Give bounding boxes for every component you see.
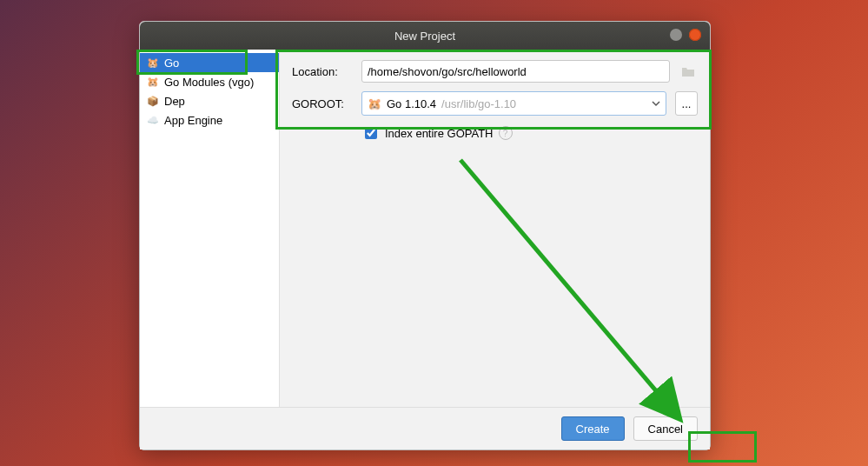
titlebar: New Project <box>140 22 710 50</box>
sidebar-item-label: App Engine <box>164 114 222 127</box>
location-input[interactable]: /home/shovon/go/src/helloworld <box>361 60 670 83</box>
chevron-down-icon <box>652 97 660 110</box>
dialog-footer: Create Cancel <box>140 407 710 449</box>
gae-icon: ☁️ <box>147 114 159 126</box>
sidebar-item-go-modules[interactable]: 🐹 Go Modules (vgo) <box>140 72 279 91</box>
goroot-path: /usr/lib/go-1.10 <box>441 97 516 110</box>
goroot-row: GOROOT: 🐹 Go 1.10.4 /usr/lib/go-1.10 ... <box>292 91 698 116</box>
go-icon: 🐹 <box>147 76 159 88</box>
window-buttons <box>670 29 701 41</box>
browse-folder-icon[interactable] <box>679 62 698 81</box>
minimize-icon[interactable] <box>670 29 682 41</box>
location-label: Location: <box>292 65 353 78</box>
goroot-more-button[interactable]: ... <box>675 91 698 116</box>
close-icon[interactable] <box>689 29 701 41</box>
go-icon: 🐹 <box>368 97 381 110</box>
new-project-dialog: New Project 🐹 Go 🐹 Go Modules (vgo) 📦 De… <box>139 21 711 450</box>
ellipsis-icon: ... <box>682 97 692 110</box>
cancel-button[interactable]: Cancel <box>633 416 698 441</box>
sidebar-item-label: Go <box>164 57 179 70</box>
sidebar-item-app-engine[interactable]: ☁️ App Engine <box>140 110 279 130</box>
location-row: Location: /home/shovon/go/src/helloworld <box>292 60 698 83</box>
sidebar-item-dep[interactable]: 📦 Dep <box>140 91 279 110</box>
goroot-version: Go 1.10.4 <box>387 97 436 110</box>
goroot-label: GOROOT: <box>292 97 353 110</box>
window-title: New Project <box>394 30 455 43</box>
create-button[interactable]: Create <box>561 416 625 441</box>
index-gopath-label: Index entire GOPATH <box>385 127 494 140</box>
dep-icon: 📦 <box>147 95 159 107</box>
index-gopath-checkbox[interactable] <box>365 127 377 139</box>
sidebar-item-go[interactable]: 🐹 Go <box>140 53 279 72</box>
project-type-sidebar: 🐹 Go 🐹 Go Modules (vgo) 📦 Dep ☁️ App Eng… <box>140 50 280 407</box>
sidebar-item-label: Dep <box>164 95 185 108</box>
form-panel: Location: /home/shovon/go/src/helloworld… <box>280 50 710 407</box>
location-value: /home/shovon/go/src/helloworld <box>368 65 527 78</box>
cancel-button-label: Cancel <box>648 423 683 436</box>
sidebar-item-label: Go Modules (vgo) <box>164 76 254 89</box>
index-gopath-row: Index entire GOPATH ? <box>361 124 698 142</box>
go-icon: 🐹 <box>147 57 159 69</box>
dialog-body: 🐹 Go 🐹 Go Modules (vgo) 📦 Dep ☁️ App Eng… <box>140 50 710 407</box>
goroot-select[interactable]: 🐹 Go 1.10.4 /usr/lib/go-1.10 <box>361 91 666 116</box>
help-icon[interactable]: ? <box>499 126 513 140</box>
create-button-label: Create <box>576 423 610 436</box>
